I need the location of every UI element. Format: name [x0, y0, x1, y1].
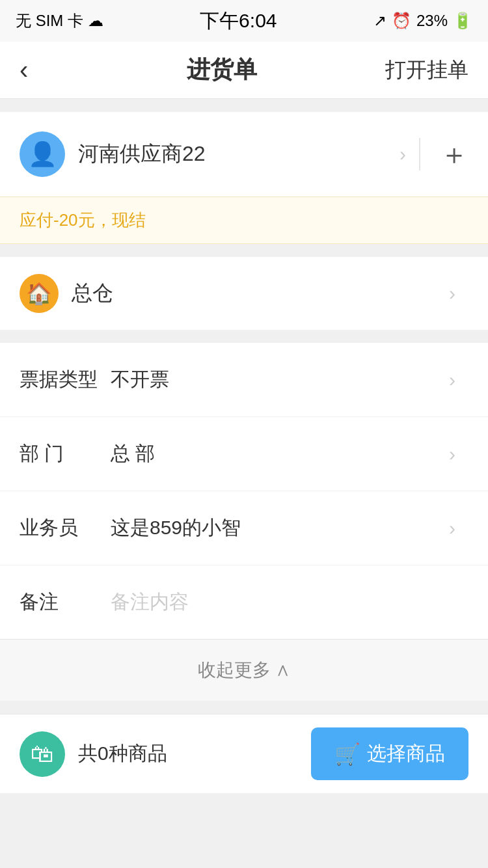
- section-divider-1: [0, 99, 488, 112]
- remark-label: 备注: [20, 589, 111, 616]
- select-product-icon: 🛒: [334, 742, 360, 766]
- select-product-button[interactable]: 🛒 选择商品: [311, 727, 468, 780]
- battery-icon: 🔋: [453, 12, 472, 30]
- salesperson-value: 这是859的小智: [111, 515, 449, 541]
- shopping-bag-icon: 🛍: [31, 740, 54, 768]
- supplier-name: 河南供应商22: [78, 140, 400, 169]
- status-time: 下午6:04: [200, 8, 277, 34]
- invoice-type-label: 票据类型: [20, 366, 111, 393]
- bottom-bar: 🛍 共0种商品 🛒 选择商品: [0, 714, 488, 793]
- back-button[interactable]: ‹: [20, 55, 59, 85]
- location-icon: ↗: [373, 12, 386, 30]
- page-background: [0, 793, 488, 868]
- form-section: 票据类型 不开票 › 部 门 总 部 › 业务员 这是859的小智 › 备注 备…: [0, 343, 488, 639]
- department-label: 部 门: [20, 441, 111, 467]
- cart-icon-wrap: 🛍: [20, 731, 65, 777]
- department-value: 总 部: [111, 441, 449, 467]
- open-pending-button[interactable]: 打开挂单: [385, 56, 468, 85]
- department-row[interactable]: 部 门 总 部 ›: [0, 417, 488, 491]
- person-icon: 👤: [28, 141, 57, 168]
- invoice-type-row[interactable]: 票据类型 不开票 ›: [0, 343, 488, 417]
- remark-row[interactable]: 备注 备注内容: [0, 565, 488, 639]
- warehouse-chevron-icon: ›: [449, 282, 455, 305]
- warehouse-row[interactable]: 🏠 总仓 ›: [0, 257, 488, 330]
- notice-bar: 应付-20元，现结: [0, 197, 488, 244]
- warehouse-icon: 🏠: [26, 281, 52, 306]
- warehouse-icon-wrap: 🏠: [20, 274, 59, 313]
- remark-input[interactable]: 备注内容: [111, 589, 468, 616]
- supplier-section: 👤 河南供应商22 › ＋ 应付-20元，现结: [0, 112, 488, 244]
- warehouse-section: 🏠 总仓 ›: [0, 257, 488, 330]
- vertical-divider: [419, 138, 420, 170]
- warehouse-name: 总仓: [72, 279, 449, 308]
- salesperson-label: 业务员: [20, 515, 111, 541]
- supplier-avatar: 👤: [20, 131, 65, 177]
- battery-text: 23%: [416, 12, 448, 30]
- alarm-icon: ⏰: [392, 12, 411, 30]
- chevron-right-icon: ›: [400, 143, 406, 165]
- department-chevron-icon: ›: [449, 443, 455, 465]
- page-title: 进货单: [187, 54, 257, 86]
- status-right: ↗ ⏰ 23% 🔋: [373, 12, 472, 30]
- invoice-type-chevron-icon: ›: [449, 369, 455, 391]
- add-supplier-button[interactable]: ＋: [440, 140, 468, 169]
- select-product-label: 选择商品: [367, 740, 445, 767]
- nav-bar: ‹ 进货单 打开挂单: [0, 42, 488, 99]
- status-left: 无 SIM 卡 ☁: [16, 10, 103, 31]
- status-bar: 无 SIM 卡 ☁ 下午6:04 ↗ ⏰ 23% 🔋: [0, 0, 488, 42]
- product-count-text: 共0种商品: [78, 740, 311, 767]
- invoice-type-value: 不开票: [111, 366, 449, 393]
- salesperson-chevron-icon: ›: [449, 517, 455, 539]
- salesperson-row[interactable]: 业务员 这是859的小智 ›: [0, 491, 488, 565]
- signal-text: 无 SIM 卡 ☁: [16, 10, 103, 31]
- supplier-row[interactable]: 👤 河南供应商22 › ＋: [0, 112, 488, 197]
- collapse-button[interactable]: 收起更多 ∧: [0, 639, 488, 701]
